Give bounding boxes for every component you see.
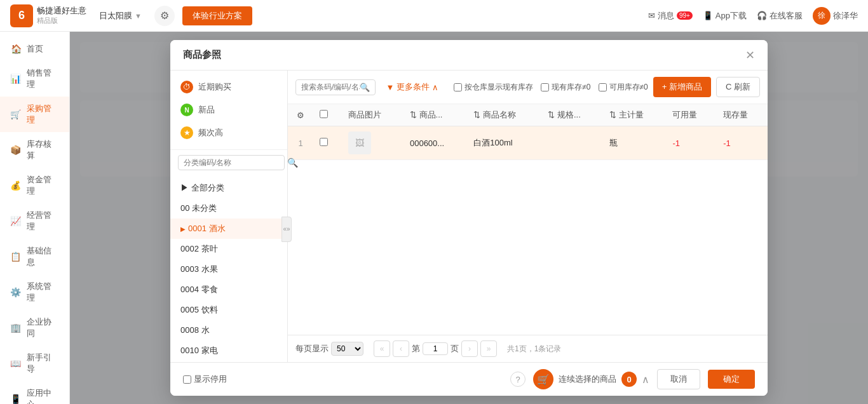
- message-icon: ✉: [648, 11, 655, 20]
- page-nav-area: « ‹ 第 页 › »: [374, 340, 497, 357]
- check-warehouse-label[interactable]: 按仓库显示现有库存: [454, 82, 533, 93]
- headset-icon: 🎧: [757, 11, 767, 20]
- row-code: 000600...: [403, 126, 467, 160]
- action-buttons: + 新增商品 C 刷新: [653, 77, 760, 97]
- avatar: 徐: [813, 7, 831, 25]
- quick-freq[interactable]: ★ 频次高: [170, 121, 287, 144]
- collapse-panel-button[interactable]: «»: [281, 217, 292, 242]
- check-available-label[interactable]: 可用库存≠0: [599, 82, 648, 93]
- purchase-icon: 🛒: [10, 109, 22, 120]
- sidebar-item-finance[interactable]: 💰 资金管理: [0, 168, 69, 203]
- page-input-area: 第 页: [412, 342, 459, 355]
- product-table-wrap: ⚙ 商品图片 ⇅ 商品... ⇅ 商品名称 ⇅ 规格... ⇅ 主计量 可用量: [288, 104, 768, 335]
- category-search-icon[interactable]: 🔍: [287, 158, 298, 168]
- cat-item-0004[interactable]: 0004 零食: [170, 279, 287, 300]
- pagination-bar: 每页显示 50 100 200 « ‹: [288, 335, 768, 362]
- sidebar-item-home[interactable]: 🏠 首页: [0, 37, 69, 61]
- right-panel: 🔍 ▼ 更多条件 ∧ 按仓库显示现有库存: [288, 71, 768, 362]
- page-size-select[interactable]: 50 100 200: [331, 342, 363, 356]
- cat-item-0002[interactable]: 0002 茶叶: [170, 239, 287, 259]
- col-unit[interactable]: ⇅ 主计量: [603, 104, 667, 126]
- cat-item-00[interactable]: 00 未分类: [170, 198, 287, 219]
- quick-recent[interactable]: ⏱ 近期购买: [170, 76, 287, 98]
- freq-icon: ★: [180, 126, 193, 139]
- guide-icon: 📖: [10, 358, 22, 369]
- cat-item-0008[interactable]: 0008 水: [170, 320, 287, 340]
- sidebar-item-system[interactable]: ⚙️ 系统管理: [0, 274, 69, 310]
- help-button[interactable]: ?: [510, 372, 526, 387]
- experience-button[interactable]: 体验行业方案: [182, 6, 252, 25]
- modal-footer: 显示停用 ? 🛒 连续选择的商品 0 ∧ 取消 确定: [170, 362, 768, 396]
- sidebar-item-purchase[interactable]: 🛒 采购管理: [0, 97, 69, 132]
- base-icon: 📋: [10, 251, 22, 262]
- col-name[interactable]: ⇅ 商品名称: [467, 104, 541, 126]
- display-disabled-checkbox[interactable]: [183, 375, 191, 384]
- row-checkbox[interactable]: [313, 126, 342, 160]
- logo-text: 畅捷通好生意: [37, 6, 86, 17]
- quick-new[interactable]: N 新品: [170, 98, 287, 121]
- first-page-button[interactable]: «: [374, 340, 390, 357]
- add-product-button[interactable]: + 新增商品: [653, 77, 711, 97]
- message-item[interactable]: ✉ 消息 99+: [648, 10, 693, 22]
- select-all-checkbox[interactable]: [320, 110, 328, 118]
- more-filter-button[interactable]: ▼ 更多条件 ∧: [381, 79, 444, 95]
- row-select-checkbox[interactable]: [320, 138, 328, 146]
- modal-close-button[interactable]: ✕: [745, 50, 755, 61]
- category-search-input[interactable]: [178, 155, 285, 170]
- col-code[interactable]: ⇅ 商品...: [403, 104, 467, 126]
- sidebar-item-inventory[interactable]: 📦 库存核算: [0, 132, 69, 168]
- user-area[interactable]: 徐 徐泽华: [813, 7, 858, 25]
- logo-icon: 6: [10, 4, 33, 27]
- sidebar-item-appstore[interactable]: 📱 应用中心: [0, 381, 69, 404]
- sidebar-item-enterprise[interactable]: 🏢 企业协同: [0, 310, 69, 346]
- collapse-cart-button[interactable]: ∧: [642, 374, 649, 386]
- next-page-button[interactable]: ›: [461, 340, 478, 357]
- sidebar-item-guide[interactable]: 📖 新手引导: [0, 346, 69, 381]
- cat-arrow-icon: ▶: [180, 226, 186, 232]
- row-unit: 瓶: [603, 126, 667, 160]
- modal-body: ⏱ 近期购买 N 新品 ★ 频次高: [170, 71, 768, 362]
- quick-access: ⏱ 近期购买 N 新品 ★ 频次高: [170, 71, 287, 150]
- product-search-wrap: 🔍: [295, 79, 376, 95]
- cat-item-0010[interactable]: 0010 家电: [170, 340, 287, 361]
- cat-item-0005[interactable]: 0005 饮料: [170, 300, 287, 320]
- system-icon: ⚙️: [10, 286, 22, 298]
- table-row[interactable]: 1 🖼 000600... 白酒100ml: [288, 126, 768, 160]
- product-search-input[interactable]: [301, 83, 360, 91]
- mobile-icon: 📱: [703, 11, 713, 20]
- left-panel: ⏱ 近期购买 N 新品 ★ 频次高: [170, 71, 288, 362]
- product-reference-modal: 商品参照 ✕ ⏱ 近期购买 N: [170, 40, 768, 396]
- settings-button[interactable]: ⚙: [154, 6, 175, 26]
- sidebar-item-base[interactable]: 📋 基础信息: [0, 239, 69, 274]
- check-warehouse-input[interactable]: [454, 83, 462, 91]
- cat-item-all[interactable]: ▶ 全部分类: [170, 178, 287, 198]
- cart-icon[interactable]: 🛒: [533, 369, 553, 389]
- display-disabled-label[interactable]: 显示停用: [183, 374, 227, 385]
- confirm-button[interactable]: 确定: [708, 370, 755, 389]
- check-existing-label[interactable]: 现有库存≠0: [541, 82, 590, 93]
- total-info: 共1页，1条记录: [507, 344, 561, 354]
- product-table: ⚙ 商品图片 ⇅ 商品... ⇅ 商品名称 ⇅ 规格... ⇅ 主计量 可用量: [288, 104, 768, 160]
- cat-item-0003[interactable]: 0003 水果: [170, 259, 287, 279]
- modal-title: 商品参照: [183, 49, 221, 61]
- check-existing-input[interactable]: [541, 83, 549, 91]
- refresh-button[interactable]: C 刷新: [716, 77, 760, 97]
- col-settings[interactable]: ⚙: [288, 104, 313, 126]
- last-page-button[interactable]: »: [480, 340, 497, 357]
- category-search-area: 🔍: [170, 150, 287, 175]
- page-number-input[interactable]: [423, 342, 448, 355]
- app-download-item[interactable]: 📱 App下载: [703, 10, 747, 22]
- cat-item-0001[interactable]: ▶ 0001 酒水: [170, 219, 287, 239]
- branch-selector[interactable]: 日太阳膜 ▼: [94, 8, 147, 24]
- category-list: ▶ 全部分类 00 未分类 ▶ 0001 酒水 0002 茶叶: [170, 175, 287, 362]
- cancel-button[interactable]: 取消: [657, 369, 700, 389]
- col-checkbox: [313, 104, 342, 126]
- sidebar-item-sales[interactable]: 📊 销售管理: [0, 61, 69, 97]
- check-available-input[interactable]: [599, 83, 607, 91]
- sidebar-item-business[interactable]: 📈 经营管理: [0, 203, 69, 239]
- col-spec[interactable]: ⇅ 规格...: [541, 104, 603, 126]
- enterprise-icon: 🏢: [10, 322, 22, 333]
- row-available: -1: [666, 126, 717, 160]
- prev-page-button[interactable]: ‹: [393, 340, 409, 357]
- online-service-item[interactable]: 🎧 在线客服: [757, 10, 803, 22]
